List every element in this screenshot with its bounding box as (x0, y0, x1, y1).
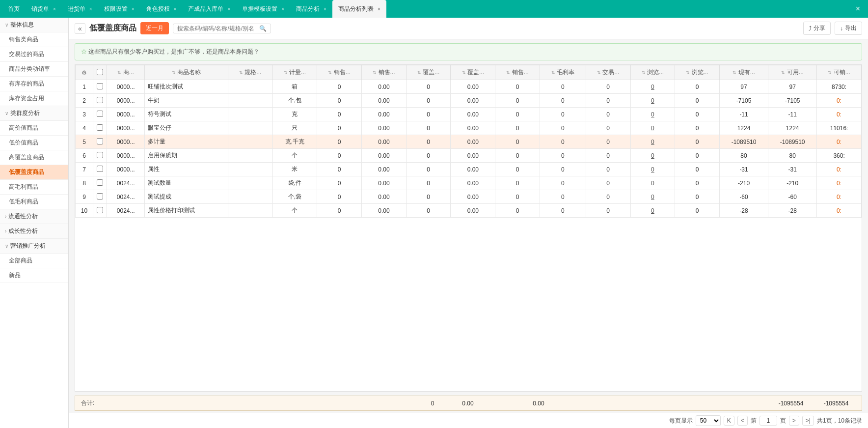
sidebar-item-stock-value[interactable]: 库存资金占用 (0, 91, 68, 106)
sidebar-item-category-rate[interactable]: 商品分类动销率 (0, 62, 68, 77)
row-checkbox[interactable] (97, 97, 103, 103)
sidebar-item-low-margin[interactable]: 低毛利商品 (0, 195, 68, 209)
select-all-checkbox[interactable] (97, 69, 103, 75)
nav-close-role[interactable]: × (174, 6, 177, 12)
cell-check[interactable] (93, 135, 107, 149)
cell-browse1[interactable]: 0 (630, 176, 675, 190)
cell-browse1[interactable]: 0 (630, 121, 675, 135)
nav-close-template[interactable]: × (281, 6, 284, 12)
cell-browse1[interactable]: 0 (630, 80, 675, 94)
cell-check[interactable] (93, 204, 107, 218)
row-checkbox[interactable] (97, 83, 103, 89)
nav-close-product[interactable]: × (227, 6, 230, 12)
cell-name: 测试提成 (145, 190, 228, 204)
cell-check[interactable] (93, 108, 107, 121)
nav-item-sales[interactable]: 销货单 × (26, 0, 62, 18)
window-close-button[interactable]: × (850, 0, 866, 18)
nav-item-home[interactable]: 首页 (2, 0, 26, 18)
cell-available: -7105 (768, 94, 817, 108)
cell-coverage2: 0.00 (451, 149, 495, 163)
cell-transaction: 0 (586, 80, 630, 94)
cell-browse1[interactable]: 0 (630, 94, 675, 108)
cell-check[interactable] (93, 176, 107, 190)
cell-sales1: 0 (317, 190, 362, 204)
sidebar-item-low-coverage[interactable]: 低覆盖度商品 (0, 165, 68, 180)
cell-coverage1: 0 (406, 190, 451, 204)
page-input[interactable] (760, 416, 777, 426)
search-box[interactable]: 🔍 (173, 24, 271, 33)
nav-close-purchase[interactable]: × (89, 6, 92, 12)
data-table-container[interactable]: ⚙ ⇅ 商... ⇅ 商品名称 ⇅ 规格... ⇅ 计量... ⇅ 销售... … (75, 64, 862, 392)
prev-page-button[interactable]: < (737, 416, 748, 426)
row-checkbox[interactable] (97, 111, 103, 117)
nav-item-permission[interactable]: 权限设置 × (98, 0, 140, 18)
sidebar-item-new-goods[interactable]: 新品 (0, 268, 68, 283)
cell-check[interactable] (93, 121, 107, 135)
cell-check[interactable] (93, 80, 107, 94)
next-page-button[interactable]: > (789, 416, 799, 426)
date-filter-recent-month[interactable]: 近一月 (140, 22, 169, 34)
sidebar-item-in-stock[interactable]: 有库存的商品 (0, 77, 68, 91)
cell-browse1[interactable]: 0 (630, 108, 675, 121)
row-checkbox[interactable] (97, 166, 103, 172)
row-checkbox[interactable] (97, 179, 103, 186)
sidebar-group-growth[interactable]: › 成长性分析 (0, 224, 68, 239)
share-button[interactable]: ⤴ 分享 (803, 22, 831, 35)
search-icon[interactable]: 🔍 (259, 25, 267, 32)
nav-item-role[interactable]: 角色授权 × (140, 0, 183, 18)
sidebar-item-all-goods[interactable]: 全部商品 (0, 254, 68, 268)
sidebar-item-traded-goods[interactable]: 交易过的商品 (0, 47, 68, 62)
cell-sales3: 0 (495, 176, 540, 190)
cell-gross-margin: 0 (540, 149, 586, 163)
nav-item-purchase[interactable]: 进货单 × (62, 0, 98, 18)
row-checkbox[interactable] (97, 152, 103, 158)
cell-browse1[interactable]: 0 (630, 149, 675, 163)
row-checkbox[interactable] (97, 138, 103, 144)
cell-spec (228, 163, 272, 176)
cell-browse1[interactable]: 0 (630, 204, 675, 218)
row-checkbox[interactable] (97, 207, 103, 213)
settings-icon[interactable]: ⚙ (81, 69, 87, 76)
cell-check[interactable] (93, 163, 107, 176)
th-checkbox[interactable] (93, 65, 107, 80)
nav-item-product[interactable]: 产成品入库单 × (182, 0, 236, 18)
th-settings[interactable]: ⚙ (76, 65, 93, 80)
nav-close-permission[interactable]: × (132, 6, 135, 12)
cell-sales1: 0 (317, 94, 362, 108)
last-page-button[interactable]: >| (802, 416, 814, 426)
cell-coverage1: 0 (406, 108, 451, 121)
cell-check[interactable] (93, 190, 107, 204)
sidebar-item-low-value[interactable]: 低价值商品 (0, 136, 68, 150)
page-size-select[interactable]: 50 100 200 (696, 415, 721, 426)
cell-browse1[interactable]: 0 (630, 135, 675, 149)
sidebar-item-high-coverage[interactable]: 高覆盖度商品 (0, 150, 68, 165)
sidebar-item-high-margin[interactable]: 高毛利商品 (0, 180, 68, 195)
nav-close-sales[interactable]: × (53, 6, 56, 12)
row-checkbox[interactable] (97, 193, 103, 200)
cell-saleable: 0: (817, 135, 862, 149)
nav-item-template[interactable]: 单据模板设置 × (236, 0, 290, 18)
cell-num: 9 (76, 190, 93, 204)
nav-item-analysis[interactable]: 商品分析 × (290, 0, 332, 18)
cell-check[interactable] (93, 94, 107, 108)
nav-product-label: 产成品入库单 (188, 5, 223, 13)
nav-item-analysis-list[interactable]: 商品分析列表 × (332, 0, 386, 18)
sidebar-group-cluster[interactable]: ∨ 类群度分析 (0, 106, 68, 121)
nav-close-analysis[interactable]: × (324, 6, 326, 12)
cell-saleable: 0: (817, 94, 862, 108)
sidebar-item-high-value[interactable]: 高价值商品 (0, 121, 68, 136)
sidebar-group-marketing[interactable]: ∨ 营销推广分析 (0, 239, 68, 254)
collapse-sidebar-button[interactable]: « (75, 23, 85, 34)
export-button[interactable]: ↓ 导出 (835, 22, 862, 35)
row-checkbox[interactable] (97, 124, 103, 131)
th-unit: ⇅ 计量... (272, 65, 317, 80)
cell-browse1[interactable]: 0 (630, 163, 675, 176)
cell-check[interactable] (93, 149, 107, 163)
search-input[interactable] (177, 25, 257, 32)
first-page-button[interactable]: K (724, 416, 734, 426)
cell-browse1[interactable]: 0 (630, 190, 675, 204)
sidebar-item-sales-goods[interactable]: 销售类商品 (0, 32, 68, 47)
sidebar-group-overall[interactable]: ∨ 整体信息 (0, 18, 68, 32)
sidebar-group-flow[interactable]: › 流通性分析 (0, 209, 68, 224)
nav-close-analysis-list[interactable]: × (378, 6, 380, 12)
